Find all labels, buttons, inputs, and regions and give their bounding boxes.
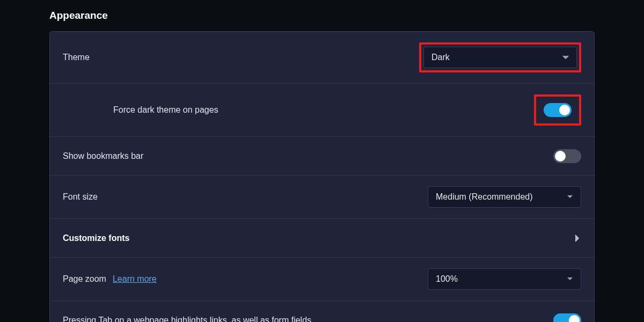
tab-highlight-label: Pressing Tab on a webpage highlights lin… — [63, 316, 311, 322]
theme-select[interactable]: Dark — [423, 47, 577, 68]
appearance-panel: Theme Dark Force dark theme on pages — [49, 31, 595, 322]
bookmarks-label: Show bookmarks bar — [63, 151, 143, 161]
section-title: Appearance — [49, 10, 595, 21]
toggle-knob — [555, 151, 566, 162]
highlight-theme: Dark — [419, 42, 581, 72]
toggle-knob — [569, 315, 580, 322]
theme-label: Theme — [63, 53, 90, 62]
font-size-value: Medium (Recommended) — [436, 192, 533, 202]
page-zoom-label: Page zoom — [63, 274, 106, 284]
caret-down-icon — [567, 195, 573, 199]
force-dark-label: Force dark theme on pages — [63, 105, 218, 115]
theme-row: Theme Dark — [50, 32, 594, 84]
tab-highlight-row: Pressing Tab on a webpage highlights lin… — [50, 301, 594, 322]
font-size-row: Font size Medium (Recommended) — [50, 175, 594, 219]
chevron-right-icon — [575, 235, 581, 242]
highlight-force-dark — [534, 94, 581, 126]
font-size-label: Font size — [63, 192, 98, 202]
tab-highlight-toggle[interactable] — [553, 313, 581, 322]
force-dark-toggle[interactable] — [544, 103, 572, 117]
toggle-knob — [559, 105, 570, 115]
bookmarks-row: Show bookmarks bar — [50, 137, 594, 175]
page-zoom-select[interactable]: 100% — [428, 268, 581, 290]
theme-select-value: Dark — [431, 53, 450, 62]
font-size-select[interactable]: Medium (Recommended) — [428, 186, 581, 208]
page-zoom-learn-more-link[interactable]: Learn more — [113, 274, 157, 284]
page-zoom-row: Page zoom Learn more 100% — [50, 258, 594, 301]
caret-down-icon — [562, 55, 569, 60]
bookmarks-toggle[interactable] — [553, 149, 581, 163]
caret-down-icon — [567, 277, 573, 281]
page-zoom-value: 100% — [436, 274, 458, 284]
force-dark-row: Force dark theme on pages — [50, 84, 594, 137]
customize-fonts-row[interactable]: Customize fonts — [50, 219, 594, 258]
customize-fonts-label: Customize fonts — [63, 233, 129, 243]
